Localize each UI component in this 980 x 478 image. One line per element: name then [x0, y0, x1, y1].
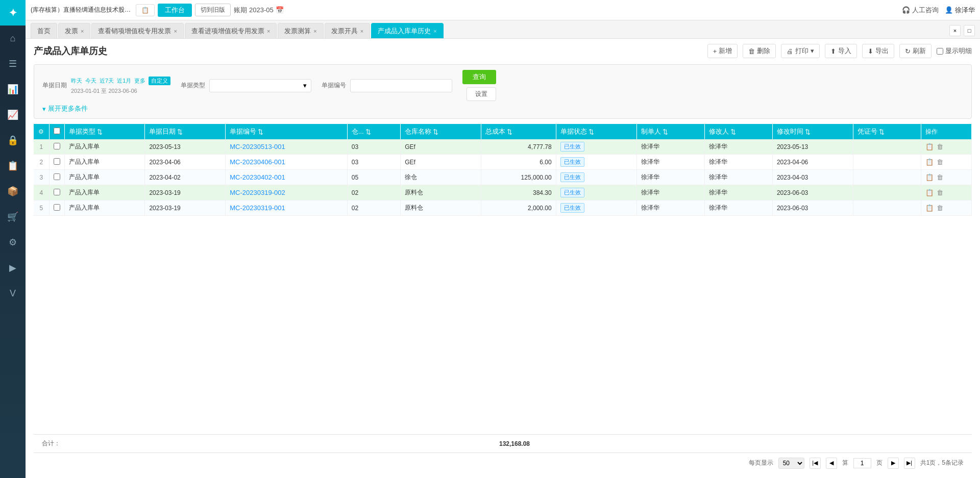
row-edit-icon[interactable]: 📋 [925, 189, 934, 196]
tab-issue-close[interactable]: × [360, 28, 363, 34]
row-delete-icon[interactable]: 🗑 [937, 204, 943, 212]
date-custom[interactable]: 自定义 [149, 77, 170, 85]
row-checkbox[interactable] [54, 173, 60, 180]
tab-purchase-close[interactable]: × [267, 28, 270, 34]
sidebar-gear[interactable]: ⚙ [0, 230, 26, 255]
row-edit-icon[interactable]: 📋 [925, 158, 934, 166]
th-checkbox[interactable] [49, 124, 64, 139]
date-7days[interactable]: 近7天 [100, 77, 114, 85]
company-name: (库存核算）直播轻绸通信息技术股份... [31, 6, 133, 14]
tab-calc[interactable]: 发票测算 × [278, 23, 323, 38]
print-btn[interactable]: 🖨 打印 ▾ [781, 44, 820, 58]
show-detail-checkbox[interactable] [937, 48, 943, 55]
tab-product-history-close[interactable]: × [433, 28, 436, 34]
user-name-area[interactable]: 👤 徐泽华 [945, 6, 975, 15]
row-delete-icon[interactable]: 🗑 [937, 189, 943, 196]
select-all-checkbox[interactable] [54, 128, 60, 134]
th-settings[interactable]: ⚙ [34, 124, 49, 139]
row-delete-icon[interactable]: 🗑 [937, 158, 943, 166]
row-edit-icon[interactable]: 📋 [925, 143, 934, 150]
delete-btn[interactable]: 🗑 删除 [743, 44, 776, 58]
tab-issue[interactable]: 发票开具 × [325, 23, 370, 38]
sidebar-v[interactable]: V [0, 281, 26, 306]
table-row: 2 产品入库单 2023-04-06 MC-20230406-001 03 GE… [34, 155, 972, 170]
chevron-down-icon: ▾ [303, 82, 307, 89]
row-checkbox[interactable] [54, 189, 60, 195]
row-actions: 📋 🗑 [921, 200, 971, 216]
refresh-label: 刷新 [913, 46, 926, 56]
per-page-label: 每页显示 [749, 459, 773, 467]
row-checkbox-cell[interactable] [49, 155, 64, 170]
page-input[interactable] [853, 458, 871, 468]
search-bar: 单据日期 昨天 今天 近7天 近1月 更多 自定义 2023-01-01 至 2… [34, 64, 972, 119]
row-delete-icon[interactable]: 🗑 [937, 143, 943, 150]
switch-btn[interactable]: 切到旧版 [195, 4, 231, 16]
sidebar-box[interactable]: 📦 [0, 179, 26, 204]
query-btn[interactable]: 查询 [462, 70, 496, 84]
last-page-btn[interactable]: ▶| [904, 458, 915, 469]
tab-home[interactable]: 首页 [31, 23, 57, 38]
row-modtime: 2023-05-13 [772, 139, 853, 155]
row-checkbox-cell[interactable] [49, 185, 64, 200]
first-page-btn[interactable]: |◀ [810, 458, 821, 469]
sidebar-analytics[interactable]: 📊 [0, 77, 26, 102]
new-btn[interactable]: + 新增 [707, 44, 738, 58]
row-number-link[interactable]: MC-20230319-001 [226, 200, 348, 216]
calendar-icon[interactable]: 📅 [276, 6, 284, 14]
account-period-label: 账期 [234, 6, 247, 15]
row-status: 已生效 [556, 185, 636, 200]
next-page-btn[interactable]: ▶ [888, 458, 899, 469]
sidebar-cart[interactable]: 🛒 [0, 204, 26, 230]
tab-sales-invoice-label: 查看销项增值税专用发票 [98, 27, 171, 36]
table-header-row: ⚙ 单据类型 ⇅ 单据日期 ⇅ 单据编号 ⇅ 仓... ⇅ 仓库名称 ⇅ 总成本… [34, 124, 972, 139]
row-checkbox-cell[interactable] [49, 139, 64, 155]
date-yesterday[interactable]: 昨天 [71, 77, 82, 85]
prev-page-btn[interactable]: ◀ [826, 458, 837, 469]
row-wcode: 03 [347, 155, 400, 170]
per-page-select[interactable]: 50 100 200 [778, 458, 804, 469]
row-checkbox[interactable] [54, 143, 60, 149]
import-btn[interactable]: ⬆ 导入 [825, 44, 857, 58]
row-edit-icon[interactable]: 📋 [925, 204, 934, 212]
tab-product-history[interactable]: 产成品入库单历史 × [371, 23, 443, 38]
row-number-link[interactable]: MC-20230406-001 [226, 155, 348, 170]
refresh-btn[interactable]: ↻ 刷新 [899, 44, 932, 58]
tab-expand-btn[interactable]: □ [964, 25, 975, 36]
row-edit-icon[interactable]: 📋 [925, 173, 934, 181]
tab-sales-close[interactable]: × [174, 28, 177, 34]
user-service[interactable]: 🎧 人工咨询 [902, 6, 939, 15]
row-checkbox[interactable] [54, 158, 60, 165]
date-today[interactable]: 今天 [85, 77, 96, 85]
copy-btn[interactable]: 📋 [136, 4, 155, 16]
expand-btn[interactable]: ▾ 展开更多条件 [42, 104, 963, 113]
row-checkbox-cell[interactable] [49, 170, 64, 185]
row-number-link[interactable]: MC-20230319-002 [226, 185, 348, 200]
sidebar-lock[interactable]: 🔒 [0, 128, 26, 153]
workbench-btn[interactable]: 工作台 [158, 4, 192, 17]
row-number-link[interactable]: MC-20230513-001 [226, 139, 348, 155]
export-btn[interactable]: ⬇ 导出 [862, 44, 894, 58]
row-delete-icon[interactable]: 🗑 [937, 173, 943, 181]
type-select[interactable]: ▾ [209, 79, 311, 92]
sidebar-chart[interactable]: 📈 [0, 102, 26, 128]
tab-invoice[interactable]: 发票 × [58, 23, 90, 38]
row-number-link[interactable]: MC-20230402-001 [226, 170, 348, 185]
sidebar-doc[interactable]: 📋 [0, 153, 26, 179]
sidebar-home[interactable]: ⌂ [0, 26, 26, 51]
date-more[interactable]: 更多 [134, 77, 145, 85]
sidebar-menu[interactable]: ☰ [0, 51, 26, 77]
sidebar-play[interactable]: ▶ [0, 255, 26, 281]
tab-sales-invoice[interactable]: 查看销项增值税专用发票 × [91, 23, 183, 38]
date-1month[interactable]: 近1月 [117, 77, 131, 85]
th-type: 单据类型 ⇅ [64, 124, 145, 139]
tab-calc-close[interactable]: × [313, 28, 316, 34]
show-detail-label[interactable]: 显示明细 [937, 46, 972, 56]
row-checkbox[interactable] [54, 204, 60, 211]
app-logo[interactable]: ✦ [0, 0, 26, 26]
settings-btn[interactable]: 设置 [467, 87, 496, 101]
row-checkbox-cell[interactable] [49, 200, 64, 216]
tab-invoice-close[interactable]: × [81, 28, 84, 34]
tab-close-btn[interactable]: × [949, 25, 961, 36]
tab-purchase-invoice[interactable]: 查看进项增值税专用发票 × [185, 23, 277, 38]
number-input[interactable] [350, 79, 452, 92]
